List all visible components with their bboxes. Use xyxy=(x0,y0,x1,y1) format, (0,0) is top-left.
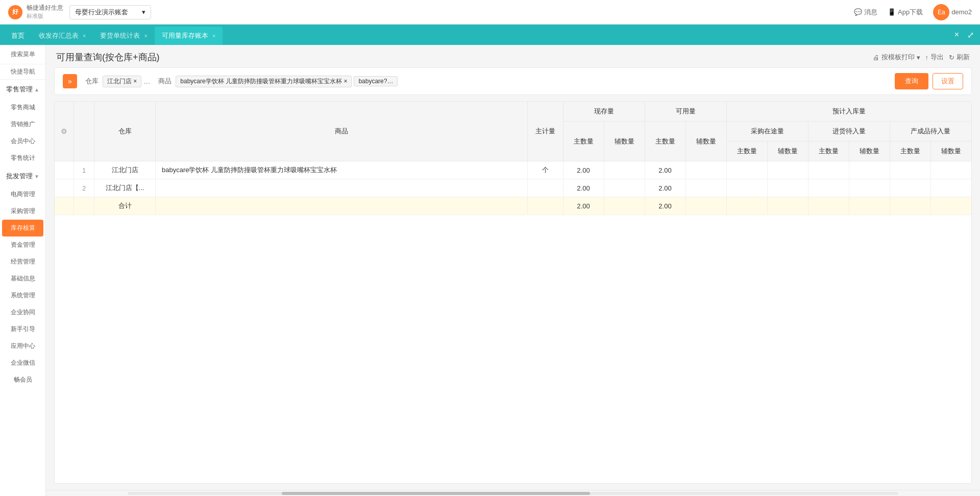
cell-incoming-main-1 xyxy=(808,161,849,179)
sidebar-item-wechat[interactable]: 企业微信 xyxy=(0,355,45,371)
filter-actions: 查询 设置 xyxy=(895,73,963,89)
tab-order-close[interactable]: × xyxy=(144,33,147,39)
cell-incoming-sub-2 xyxy=(849,179,890,197)
user-name: demo2 xyxy=(951,8,972,16)
tab-order[interactable]: 要货单统计表 × xyxy=(93,27,154,45)
download-label: App下载 xyxy=(898,8,923,17)
footer-production-main xyxy=(890,197,930,215)
download-button[interactable]: 📱 App下载 xyxy=(888,8,923,17)
sidebar-item-purchase[interactable]: 采购管理 xyxy=(0,203,45,220)
sidebar-item-stat[interactable]: 零售统计 xyxy=(0,150,45,167)
cell-purchase-sub-2 xyxy=(767,179,808,197)
table-row: 1 江北门店 babycare学饮杯 儿童防摔防撞吸管杯重力球吸嘴杯宝宝水杯 个… xyxy=(55,161,971,179)
refresh-label: 刷新 xyxy=(957,53,970,62)
sidebar-item-basic[interactable]: 基础信息 xyxy=(0,270,45,287)
expand-button[interactable]: ⤢ xyxy=(965,28,976,42)
export-label: 导出 xyxy=(930,53,944,62)
cell-purchase-main-2 xyxy=(726,179,767,197)
template-print-button[interactable]: 🖨 按模板打印 ▾ xyxy=(873,53,920,62)
th-stock-sub: 辅数量 xyxy=(604,122,645,161)
content-area: 可用量查询(按仓库+商品) 🖨 按模板打印 ▾ ↑ 导出 ↻ 刷新 » xyxy=(46,45,980,496)
th-purchase-sub: 辅数量 xyxy=(767,141,808,161)
tab-receive[interactable]: 收发存汇总表 × xyxy=(32,27,93,45)
tab-available-close[interactable]: × xyxy=(212,33,215,39)
warehouse-tag-1[interactable]: 江北门店 × xyxy=(103,76,141,87)
cell-production-main-2 xyxy=(890,179,930,197)
cell-warehouse-2: 江北门店【... xyxy=(94,179,156,197)
warehouse-selector[interactable]: 母婴行业演示账套 ▾ xyxy=(69,5,151,19)
sidebar-item-system[interactable]: 系统管理 xyxy=(0,287,45,304)
sidebar-item-operation[interactable]: 经营管理 xyxy=(0,253,45,270)
cell-seq-1: 1 xyxy=(74,161,94,179)
tab-bar: 首页 收发存汇总表 × 要货单统计表 × 可用量库存账本 × × ⤢ xyxy=(0,25,980,45)
sidebar-item-enterprise[interactable]: 企业协同 xyxy=(0,304,45,321)
refresh-icon: ↻ xyxy=(949,54,954,61)
export-button[interactable]: ↑ 导出 xyxy=(925,53,944,62)
tab-receive-close[interactable]: × xyxy=(83,33,86,39)
horizontal-scrollbar-track[interactable] xyxy=(128,492,898,495)
cell-stock-sub-2 xyxy=(604,179,645,197)
sidebar-item-newguide[interactable]: 新手引导 xyxy=(0,321,45,338)
refresh-button[interactable]: ↻ 刷新 xyxy=(949,53,970,62)
cell-incoming-main-2 xyxy=(808,179,849,197)
logo-icon: 好 xyxy=(8,5,22,19)
page-actions: 🖨 按模板打印 ▾ ↑ 导出 ↻ 刷新 xyxy=(873,53,970,62)
edition-tag: 标准版 xyxy=(27,12,63,20)
sidebar-item-member[interactable]: 会员中心 xyxy=(0,133,45,150)
template-print-label: 按模板打印 xyxy=(881,53,915,62)
settings-icon[interactable]: ⚙ xyxy=(61,127,67,135)
sidebar-group-wholesale[interactable]: 批发管理 ▼ xyxy=(0,167,45,186)
sidebar-item-finance[interactable]: 资金管理 xyxy=(0,237,45,253)
product-filter-label: 商品 xyxy=(158,77,172,86)
footer-available-main: 2.00 xyxy=(645,197,685,215)
top-bar: 好 畅捷通好生意 标准版 母婴行业演示账套 ▾ 💬 消息 📱 App下载 Ea … xyxy=(0,0,980,25)
sidebar-item-vip[interactable]: 畅会员 xyxy=(0,371,45,388)
cell-settings-1 xyxy=(55,161,74,179)
th-production-main: 主数量 xyxy=(890,141,930,161)
th-production-sub: 辅数量 xyxy=(930,141,971,161)
filter-product-group: 商品 babycare学饮杯 儿童防摔防撞吸管杯重力球吸嘴杯宝宝水杯 × bab… xyxy=(158,76,398,87)
sidebar-group-retail[interactable]: 零售管理 ▲ xyxy=(0,80,45,99)
sidebar-group-wholesale-label: 批发管理 xyxy=(6,172,33,181)
th-available-sub: 辅数量 xyxy=(685,122,726,161)
tab-available[interactable]: 可用量库存账本 × xyxy=(155,27,223,45)
product-tag-1[interactable]: babycare学饮杯 儿童防摔防撞吸管杯重力球吸嘴杯宝宝水杯 × xyxy=(176,76,352,87)
sidebar-section: 零售管理 ▲ 零售商城 营销推广 会员中心 零售统计 批发管理 ▼ 电商管理 采… xyxy=(0,80,45,388)
sidebar-item-inventory[interactable]: 库存核算 xyxy=(2,220,43,237)
table-footer-row: 合计 2.00 2.00 xyxy=(55,197,971,215)
sidebar-item-appcenter[interactable]: 应用中心 xyxy=(0,338,45,355)
close-all-tabs-button[interactable]: × xyxy=(952,28,961,41)
logo-text: 畅捷通好生意 xyxy=(27,4,63,12)
th-stock-main: 主数量 xyxy=(563,122,604,161)
warehouse-more[interactable]: … xyxy=(143,78,150,85)
sidebar-item-ecommerce[interactable]: 电商管理 xyxy=(0,186,45,203)
cell-incoming-sub-1 xyxy=(849,161,890,179)
sidebar-quick-nav[interactable]: 快捷导航 xyxy=(0,64,45,80)
filter-toggle-button[interactable]: » xyxy=(63,74,77,88)
sidebar-item-marketing[interactable]: 营销推广 xyxy=(0,116,45,133)
settings-button[interactable]: 设置 xyxy=(933,73,963,89)
message-button[interactable]: 💬 消息 xyxy=(854,8,877,17)
horizontal-scrollbar-thumb[interactable] xyxy=(282,492,590,495)
user-menu[interactable]: Ea demo2 xyxy=(933,4,972,20)
main-layout: 搜索菜单 快捷导航 零售管理 ▲ 零售商城 营销推广 会员中心 零售统计 批发管… xyxy=(0,45,980,496)
footer-available-sub xyxy=(685,197,726,215)
query-button[interactable]: 查询 xyxy=(895,73,928,89)
th-incoming-group: 进货待入量 xyxy=(808,122,890,141)
cell-product-2 xyxy=(156,179,528,197)
filter-bar: » 仓库 江北门店 × … 商品 babycare学饮杯 儿童防摔防撞吸管杯重力… xyxy=(54,67,972,95)
cell-stock-main-2: 2.00 xyxy=(563,179,604,197)
top-bar-left: 好 畅捷通好生意 标准版 母婴行业演示账套 ▾ xyxy=(8,4,151,20)
cell-warehouse-1: 江北门店 xyxy=(94,161,156,179)
sidebar-item-mall[interactable]: 零售商城 xyxy=(0,99,45,116)
th-available-main: 主数量 xyxy=(645,122,685,161)
sidebar-group-retail-label: 零售管理 xyxy=(6,85,33,94)
tab-home[interactable]: 首页 xyxy=(4,27,32,45)
sidebar-search[interactable]: 搜索菜单 xyxy=(0,45,45,64)
th-unit: 主计量 xyxy=(527,102,563,161)
tab-receive-label: 收发存汇总表 xyxy=(39,31,79,40)
th-incoming-main: 主数量 xyxy=(808,141,849,161)
cell-stock-main-1: 2.00 xyxy=(563,161,604,179)
product-tag-2[interactable]: babycare?… xyxy=(354,76,398,86)
message-icon: 💬 xyxy=(854,8,862,16)
